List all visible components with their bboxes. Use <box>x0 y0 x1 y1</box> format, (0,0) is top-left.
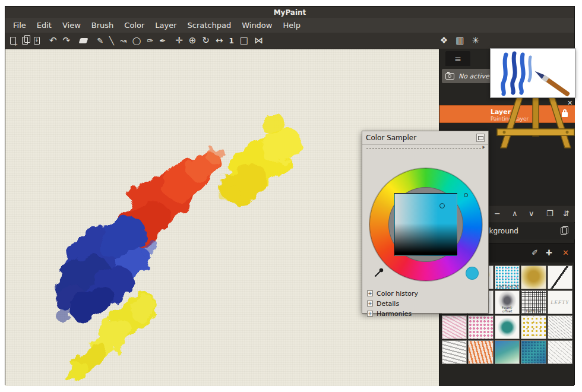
brush-tile[interactable]: HalfTone <box>521 290 546 314</box>
main-area: ≡ No active 100% Layer Painting Layer + … <box>5 49 574 386</box>
brush-tile[interactable] <box>442 340 467 364</box>
main-toolbar: ↶ ↷ ✎ ╲ ↝ ◯ ✑ ✒ ✛ ⊕ ↻ ↔ 1 □ ⋈ ❖ ▥ ✳ <box>5 33 574 49</box>
section-color-history[interactable]: + Color history <box>367 289 418 298</box>
dock-menu-tab[interactable]: ≡ <box>445 51 470 66</box>
curve-tool-icon[interactable]: ↝ <box>120 37 126 45</box>
sv-marker[interactable] <box>439 203 445 208</box>
layer-sort-button[interactable]: ⇵ <box>563 210 570 217</box>
menu-window[interactable]: Window <box>236 19 277 31</box>
hamburger-icon: ≡ <box>454 54 461 64</box>
hue-marker[interactable] <box>464 193 468 197</box>
menu-brush[interactable]: Brush <box>86 19 119 31</box>
brush-caption: LEFTY <box>548 300 572 305</box>
pan-tool-icon[interactable]: ✛ <box>175 36 183 45</box>
undo-icon[interactable]: ↶ <box>49 36 57 45</box>
freehand-tool-icon[interactable]: ✎ <box>97 37 103 45</box>
expand-icon[interactable]: + <box>367 301 373 306</box>
section-label: Harmonies <box>377 310 412 318</box>
brush-caption: Fount-offset <box>497 305 517 314</box>
brush-tile[interactable]: HalfToneCMY <box>495 265 520 289</box>
background-thumbnail-icon <box>561 227 567 235</box>
section-details[interactable]: + Details <box>367 299 418 308</box>
menu-view[interactable]: View <box>57 19 86 31</box>
ellipse-tool-icon[interactable]: ◯ <box>132 37 141 45</box>
eyedropper-icon[interactable] <box>373 267 385 279</box>
preview-window[interactable] <box>490 48 575 98</box>
palette-icon[interactable]: ▥ <box>456 36 464 45</box>
color-sampler-body: ▸ + Color history <box>362 148 488 317</box>
open-file-icon[interactable] <box>22 37 28 45</box>
easel-graphic <box>496 94 575 149</box>
title-bar[interactable]: MyPaint <box>5 7 574 18</box>
color-sampler-title: Color Sampler <box>366 134 416 142</box>
scratchpad-status-text: No active <box>458 72 489 80</box>
menu-color[interactable]: Color <box>119 19 150 31</box>
line-tool-icon[interactable]: ╲ <box>109 37 114 45</box>
preview-brush <box>533 69 571 97</box>
layer-down-button[interactable]: ∨ <box>529 210 534 217</box>
paint-stroke-yellow-top <box>214 111 308 210</box>
reset-zoom-icon[interactable]: 1 <box>229 37 233 45</box>
brush-tile[interactable] <box>548 265 572 289</box>
brush-tile[interactable] <box>548 315 572 339</box>
layer-up-button[interactable]: ∧ <box>512 210 518 217</box>
brush-caption: HalfTone <box>523 309 543 314</box>
camera-icon <box>445 73 454 80</box>
handle-arrow-icon: ▸ <box>482 144 485 150</box>
color-sampler-titlebar[interactable]: Color Sampler <box>362 131 488 145</box>
brush-tile[interactable] <box>521 315 546 339</box>
app-window: MyPaint File Edit View Brush Color Layer… <box>5 6 575 385</box>
section-harmonies[interactable]: + Harmonies <box>367 309 418 318</box>
brush-tile[interactable]: LEFTY <box>548 290 572 314</box>
menu-help[interactable]: Help <box>277 19 306 31</box>
menu-layer[interactable]: Layer <box>150 19 182 31</box>
symmetry-tool-icon[interactable]: ⋈ <box>254 36 263 45</box>
brush-tile[interactable] <box>521 340 546 364</box>
window-restore-button[interactable] <box>476 134 485 142</box>
brush-tile[interactable] <box>521 265 546 289</box>
menu-file[interactable]: File <box>8 19 31 31</box>
flip-tool-icon[interactable]: ↔ <box>216 36 223 45</box>
eraser-icon[interactable] <box>79 38 88 43</box>
brush-tile[interactable] <box>495 315 520 339</box>
brush-tile[interactable] <box>468 340 493 364</box>
color-sampler-window[interactable]: Color Sampler ▸ <box>362 131 489 314</box>
expand-icon[interactable]: + <box>367 290 373 296</box>
pen-tool-icon[interactable]: ✒ <box>159 37 166 45</box>
new-file-icon[interactable] <box>10 37 16 45</box>
brush-tile[interactable] <box>548 340 572 364</box>
save-file-icon[interactable] <box>34 37 40 45</box>
sparkle-icon[interactable]: ✳ <box>472 36 479 45</box>
layer-duplicate-button[interactable]: ❐ <box>546 210 553 217</box>
redo-icon[interactable]: ↷ <box>63 36 71 45</box>
brush-groups-icon[interactable]: ❖ <box>440 36 448 45</box>
section-label: Color history <box>377 290 418 298</box>
brush-tile[interactable]: Fount-offset <box>495 290 520 314</box>
rotate-tool-icon[interactable]: ↻ <box>202 36 210 45</box>
brush-panel-close-icon[interactable]: ✕ <box>562 249 569 257</box>
preview-painting <box>491 49 575 97</box>
panel-drag-handle[interactable]: ▸ <box>366 148 484 151</box>
brush-tile[interactable] <box>495 340 520 364</box>
inking-tool-icon[interactable]: ✑ <box>147 37 153 45</box>
sampler-sections: + Color history + Details + Harmonies <box>367 289 418 318</box>
section-label: Details <box>377 300 399 308</box>
saturation-value-square[interactable] <box>394 193 457 256</box>
menu-edit[interactable]: Edit <box>31 19 57 31</box>
expand-icon[interactable]: + <box>367 311 373 317</box>
brush-edit-icon[interactable]: ✐ <box>532 249 538 257</box>
zoom-tool-icon[interactable]: ⊕ <box>189 36 197 45</box>
preview-close-icon[interactable]: ✕ <box>567 100 572 106</box>
window-title: MyPaint <box>274 8 306 17</box>
menu-bar: File Edit View Brush Color Layer Scratch… <box>5 18 574 33</box>
menu-scratchpad[interactable]: Scratchpad <box>182 19 237 31</box>
brush-tile[interactable] <box>442 315 467 339</box>
brush-caption: HalfToneCMY <box>497 284 517 289</box>
brush-tile[interactable] <box>468 315 493 339</box>
layer-remove-button[interactable]: − <box>494 210 501 217</box>
current-color-swatch[interactable] <box>466 267 479 280</box>
frame-tool-icon[interactable]: □ <box>240 36 248 45</box>
brush-add-icon[interactable]: ✚ <box>546 249 552 257</box>
